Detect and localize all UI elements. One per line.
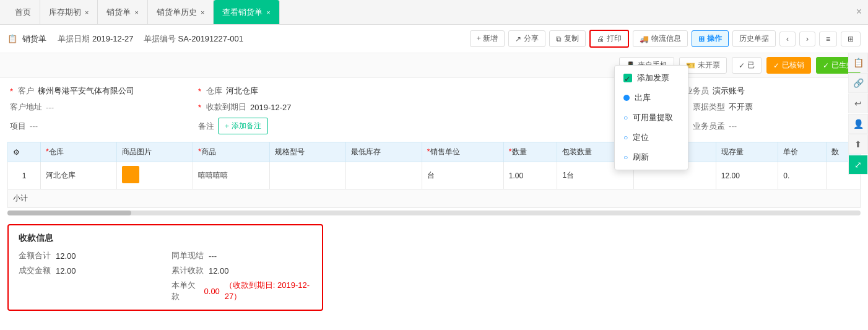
new-button[interactable]: + 新增 <box>470 30 505 47</box>
note-field: 备注 + 添加备注 <box>198 118 371 134</box>
refresh-icon: ○ <box>623 153 628 162</box>
due-date-note: （收款到期日: 2019-12-27） <box>225 280 312 302</box>
payment-info-grid: 金额合计 12.00 同单现结 --- 成交金额 12.00 累计收款 12.0… <box>19 250 312 302</box>
close-tab-sales-order[interactable]: × <box>134 9 138 16</box>
row-spec <box>269 162 345 189</box>
close-tab-sales-history[interactable]: × <box>201 9 204 16</box>
tab-home[interactable]: 首页 <box>6 0 40 24</box>
form-row-3: 项目 --- 备注 + 添加备注 * 业务员孟 --- <box>10 118 858 134</box>
row-current-stock: 12.00 <box>716 162 778 189</box>
col-gear: ⚙ <box>8 142 41 162</box>
doc-type-label: 📋 销货单 <box>7 33 46 45</box>
operations-dropdown: ✓ 添加发票 出库 ○ 可用量提取 ○ 定位 ○ 刷新 <box>614 65 688 170</box>
logistics-button[interactable]: 🚚 物流信息 <box>633 30 688 47</box>
doc-icon: 📋 <box>7 34 17 43</box>
list-view-button[interactable]: ≡ <box>819 32 837 46</box>
voided-button[interactable]: ✓ 已核销 <box>766 57 811 74</box>
col-sales-unit: *销售单位 <box>422 142 503 162</box>
checkbox-icon: ✓ <box>623 74 632 82</box>
grid-view-button[interactable]: ⊞ <box>841 32 861 46</box>
history-records-button[interactable]: 历史单据 <box>732 30 776 47</box>
right-icon-expand[interactable]: ⤢ <box>848 155 868 175</box>
right-icon-2[interactable]: 🔗 <box>848 73 868 93</box>
project-field: 项目 --- <box>10 121 183 132</box>
col-spec: 规格型号 <box>269 142 345 162</box>
total-amount-row: 金额合计 12.00 <box>19 250 159 261</box>
warehouse-field: * 仓库 河北仓库 <box>198 85 371 97</box>
close-tab-view-sales[interactable]: × <box>266 9 270 16</box>
tab-sales-history[interactable]: 销货单历史 × <box>148 0 214 24</box>
right-icon-3[interactable]: ↩ <box>848 93 868 113</box>
staff-field: 业务员 演示账号 <box>685 85 858 97</box>
col-product-img: 商品图片 <box>117 142 193 162</box>
right-icon-1[interactable]: 📋 <box>848 53 868 72</box>
col-warehouse: *仓库 <box>41 142 117 162</box>
balance-due-row: 本单欠款 0.00 （收款到期日: 2019-12-27） <box>171 280 312 302</box>
locate-icon: ○ <box>623 133 628 142</box>
ticket-type-field: * 票据类型 不开票 <box>685 102 858 113</box>
sales-staff2-field: * 业务员孟 --- <box>685 121 858 132</box>
available-extract-item[interactable]: ○ 可用量提取 <box>615 108 688 128</box>
prev-button[interactable]: ‹ <box>779 32 796 46</box>
tab-sales-order[interactable]: 销货单 × <box>98 0 147 24</box>
payment-date-field: * 收款到期日 2019-12-27 <box>198 102 371 113</box>
print-icon: 🖨 <box>597 35 604 43</box>
copy-button[interactable]: ⧉ 复制 <box>549 30 586 47</box>
row-product: 嘻嘻嘻嘻 <box>193 162 269 189</box>
close-window-button[interactable]: × <box>856 6 862 17</box>
col-unit-price: 单价 <box>778 142 827 162</box>
refresh-item[interactable]: ○ 刷新 <box>615 147 688 167</box>
main-toolbar: 📋 销货单 单据日期 2019-12-27 单据编号 SA-20191227-0… <box>0 25 868 53</box>
plus-icon: + <box>225 122 229 131</box>
right-sidebar: 📋 🔗 ↩ 👤 ⬆ ⤢ <box>848 53 868 175</box>
outbound-item[interactable]: 出库 <box>615 88 688 108</box>
row-sales-unit: 台 <box>422 162 503 189</box>
payment-info-title: 收款信息 <box>19 233 312 244</box>
grid-icon: ⊞ <box>698 35 705 43</box>
toolbar-actions: + 新增 ↗ 分享 ⧉ 复制 🖨 打印 🚚 物流信息 <box>470 30 861 48</box>
copy-icon: ⧉ <box>556 35 562 43</box>
col-quantity: *数量 <box>503 142 557 162</box>
add-note-button[interactable]: + 添加备注 <box>218 118 268 134</box>
doc-date-field: 单据日期 2019-12-27 <box>58 33 134 45</box>
print-button[interactable]: 🖨 打印 <box>589 30 629 48</box>
scroll-thumb[interactable] <box>7 211 131 215</box>
right-icon-4[interactable]: 👤 <box>848 114 868 134</box>
cumulative-payment-row: 累计收款 12.00 <box>171 265 312 276</box>
tab-view-sales[interactable]: 查看销货单 × <box>214 0 279 24</box>
tab-inventory-init[interactable]: 库存期初 × <box>40 0 98 24</box>
subtotal-label: 小计 <box>8 189 861 208</box>
row-quantity: 1.00 <box>503 162 557 189</box>
col-product: *商品 <box>193 142 269 162</box>
col-min-stock: 最低库存 <box>345 142 422 162</box>
locate-item[interactable]: ○ 定位 <box>615 128 688 147</box>
check-icon: ✓ <box>739 61 745 70</box>
share-button[interactable]: ↗ 分享 <box>508 30 545 47</box>
second-toolbar: 📱 来自手机 🎫 未开票 ✓ 已 ✓ 已核销 ✓ 已生效 <box>0 53 868 78</box>
table-row: 1 河北仓库 嘻嘻嘻嘻 台 1.00 1台 12.00 0. <box>8 162 861 189</box>
truck-icon: 🚚 <box>640 35 649 43</box>
row-product-img <box>117 162 193 189</box>
right-icon-5[interactable]: ⬆ <box>848 134 868 154</box>
voided-icon: ✓ <box>773 61 779 70</box>
doc-meta: 单据日期 2019-12-27 单据编号 SA-20191227-001 <box>58 33 243 45</box>
tab-bar: 首页 库存期初 × 销货单 × 销货单历史 × 查看销货单 × × <box>0 0 868 25</box>
dot-blue-icon <box>623 95 630 101</box>
customer-field: * 客户 柳州粤港平安气体有限公司 <box>10 85 183 97</box>
subtotal-row: 小计 <box>8 189 861 208</box>
form-row-1: * 客户 柳州粤港平安气体有限公司 * 仓库 河北仓库 业务员 演示账号 <box>10 85 858 97</box>
form-row-2: 客户地址 --- * 收款到期日 2019-12-27 * 票据类型 不开票 <box>10 102 858 113</box>
product-table: ⚙ *仓库 商品图片 *商品 规格型号 最低库存 *销售单位 *数量 包装数量 … <box>7 142 861 208</box>
operations-button[interactable]: ⊞ 操作 <box>692 30 729 47</box>
horizontal-scrollbar[interactable] <box>7 211 861 215</box>
effective-icon: ✓ <box>823 61 829 70</box>
payment-info-box: 收款信息 金额合计 12.00 同单现结 --- 成交金额 12.00 累计收款… <box>7 224 323 311</box>
close-tab-inventory-init[interactable]: × <box>85 9 89 16</box>
product-table-wrap: ⚙ *仓库 商品图片 *商品 规格型号 最低库存 *销售单位 *数量 包装数量 … <box>0 142 868 208</box>
next-button[interactable]: › <box>799 32 815 46</box>
add-invoice-item[interactable]: ✓ 添加发票 <box>615 68 688 88</box>
check-button[interactable]: ✓ 已 <box>732 57 762 74</box>
circle-icon: ○ <box>623 113 628 122</box>
row-unit-price: 0. <box>778 162 827 189</box>
row-num: 1 <box>8 162 41 189</box>
